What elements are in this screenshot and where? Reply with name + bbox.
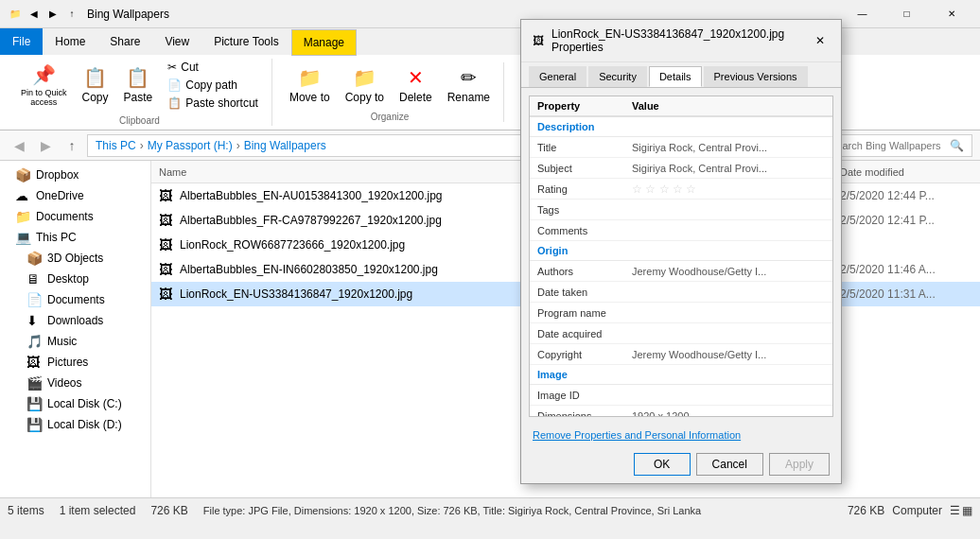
close-button[interactable]: ✕ xyxy=(930,0,972,28)
documents-quick-icon: 📁 xyxy=(15,209,30,224)
prop-tags-label: Tags xyxy=(537,204,632,216)
file-icon-2: 🖼 xyxy=(159,213,176,228)
sidebar-item-pictures[interactable]: 🖼 Pictures xyxy=(0,352,150,373)
ribbon-group-clipboard: 📌 Pin to Quickaccess 📋 Copy 📋 Paste ✂ Cu… xyxy=(8,59,272,126)
paste-button[interactable]: 📋 Paste xyxy=(118,62,159,108)
tab-manage[interactable]: Manage xyxy=(291,29,357,56)
list-view-icon[interactable]: ☰ xyxy=(950,504,960,517)
local-c-icon: 💾 xyxy=(26,396,42,411)
prop-authors-label: Authors xyxy=(537,266,632,277)
up-button[interactable]: ↑ xyxy=(61,134,83,157)
sidebar-label-dropbox: Dropbox xyxy=(36,168,79,182)
up-quick-icon[interactable]: ↑ xyxy=(64,7,79,22)
cut-label: Cut xyxy=(181,61,199,74)
section-origin: Origin xyxy=(530,241,832,261)
copy-button[interactable]: 📋 Copy xyxy=(77,62,114,108)
file-modified-5: 2/5/2020 11:31 A... xyxy=(840,287,972,301)
ok-button[interactable]: OK xyxy=(634,453,691,476)
prop-row-date-acquired: Date acquired xyxy=(530,323,832,344)
sidebar-item-local-d[interactable]: 💾 Local Disk (D:) xyxy=(0,414,150,435)
music-icon: 🎵 xyxy=(26,334,42,349)
prop-row-date-taken: Date taken xyxy=(530,282,832,303)
search-input[interactable] xyxy=(830,140,950,151)
sidebar-item-downloads[interactable]: ⬇ Downloads xyxy=(0,310,150,331)
prop-row-program: Program name xyxy=(530,303,832,323)
sidebar-label-onedrive: OneDrive xyxy=(36,189,84,202)
pin-icon: 📌 xyxy=(32,63,56,86)
move-to-label: Move to xyxy=(289,91,330,104)
copy-to-button[interactable]: 📁 Copy to xyxy=(340,62,390,108)
tab-view[interactable]: View xyxy=(152,28,201,55)
remove-properties-link[interactable]: Remove Properties and Personal Informati… xyxy=(533,429,741,441)
prop-image-id-label: Image ID xyxy=(537,390,632,401)
tab-picture-tools[interactable]: Picture Tools xyxy=(201,28,290,55)
prop-program-label: Program name xyxy=(537,307,632,319)
sidebar-item-onedrive[interactable]: ☁ OneDrive xyxy=(0,185,150,206)
back-button[interactable]: ◀ xyxy=(8,134,30,157)
sidebar-label-documents-quick: Documents xyxy=(36,210,94,223)
dialog-tab-general[interactable]: General xyxy=(529,66,586,87)
dialog-close-button[interactable]: ✕ xyxy=(811,31,830,50)
dialog-tab-details[interactable]: Details xyxy=(649,66,702,87)
prop-date-taken-label: Date taken xyxy=(537,287,632,298)
pin-to-quick-access-button[interactable]: 📌 Pin to Quickaccess xyxy=(15,60,73,111)
status-right: 726 KB Computer ☰ ▦ xyxy=(848,504,972,517)
tab-file[interactable]: File xyxy=(0,28,43,55)
path-segment-folder[interactable]: Bing Wallpapers xyxy=(244,139,326,152)
window-controls: — □ ✕ xyxy=(841,0,972,28)
sidebar-label-downloads: Downloads xyxy=(47,314,103,327)
forward-quick-icon[interactable]: ▶ xyxy=(45,7,61,22)
dialog-tab-previous-versions[interactable]: Previous Versions xyxy=(704,66,808,87)
sidebar-item-local-c[interactable]: 💾 Local Disk (C:) xyxy=(0,393,150,414)
sidebar-label-pictures: Pictures xyxy=(47,356,88,369)
status-size: 726 KB xyxy=(150,504,187,517)
copy-path-button[interactable]: 📄 Copy path xyxy=(162,77,264,94)
clipboard-label: Clipboard xyxy=(119,112,160,126)
prop-row-image-id: Image ID xyxy=(530,385,832,406)
back-quick-icon[interactable]: ◀ xyxy=(26,7,42,22)
sidebar-item-documents[interactable]: 📄 Documents xyxy=(0,289,150,310)
sidebar-item-music[interactable]: 🎵 Music xyxy=(0,331,150,352)
file-icon-1: 🖼 xyxy=(159,188,176,203)
sidebar-item-3dobjects[interactable]: 📦 3D Objects xyxy=(0,248,150,269)
col-date-modified[interactable]: Date modified xyxy=(840,166,972,178)
videos-icon: 🎬 xyxy=(26,375,42,391)
prop-rating-value: ☆ ☆ ☆ ☆ ☆ xyxy=(632,183,825,196)
path-segment-thispc[interactable]: This PC xyxy=(96,139,136,152)
search-box[interactable]: 🔍 xyxy=(821,134,972,157)
grid-view-icon[interactable]: ▦ xyxy=(962,504,972,517)
sidebar-item-desktop[interactable]: 🖥 Desktop xyxy=(0,269,150,289)
maximize-button[interactable]: □ xyxy=(885,0,928,28)
prop-subject-label: Subject xyxy=(537,163,632,174)
prop-subject-value: Sigiriya Rock, Central Provi... xyxy=(632,163,825,174)
apply-button[interactable]: Apply xyxy=(769,453,830,476)
properties-dialog: 🖼 LionRock_EN-US3384136847_1920x1200.jpg… xyxy=(520,19,842,484)
move-icon: 📁 xyxy=(298,66,322,89)
delete-button[interactable]: ✕ Delete xyxy=(394,62,438,108)
window-icon: 📁 xyxy=(8,7,23,22)
cut-button[interactable]: ✂ Cut xyxy=(162,59,264,76)
sidebar-item-videos[interactable]: 🎬 Videos xyxy=(0,373,150,393)
prop-row-title: Title Sigiriya Rock, Central Provi... xyxy=(530,137,832,158)
sidebar-item-dropbox[interactable]: 📦 Dropbox xyxy=(0,165,150,185)
sidebar-item-documents-quick[interactable]: 📁 Documents xyxy=(0,206,150,227)
dialog-title-text: LionRock_EN-US3384136847_1920x1200.jpg P… xyxy=(551,27,803,54)
paste-shortcut-button[interactable]: 📋 Paste shortcut xyxy=(162,95,264,112)
tab-share[interactable]: Share xyxy=(97,28,152,55)
forward-button[interactable]: ▶ xyxy=(34,134,57,157)
dialog-tabs: General Security Details Previous Versio… xyxy=(521,62,841,88)
cancel-button[interactable]: Cancel xyxy=(696,453,763,476)
path-sep1: › xyxy=(140,139,144,152)
file-modified-1: 2/5/2020 12:44 P... xyxy=(840,189,972,202)
pin-label: Pin to Quickaccess xyxy=(21,88,67,107)
rename-button[interactable]: ✏ Rename xyxy=(442,62,496,108)
path-sep2: › xyxy=(236,139,240,152)
dialog-tab-security[interactable]: Security xyxy=(588,66,647,87)
move-to-button[interactable]: 📁 Move to xyxy=(284,62,336,108)
path-segment-passport[interactable]: My Passport (H:) xyxy=(148,139,233,152)
sidebar-item-thispc[interactable]: 💻 This PC xyxy=(0,227,150,248)
minimize-button[interactable]: — xyxy=(841,0,884,28)
clipboard-small-buttons: ✂ Cut 📄 Copy path 📋 Paste shortcut xyxy=(162,59,264,112)
remove-link-area: Remove Properties and Personal Informati… xyxy=(521,425,841,445)
tab-home[interactable]: Home xyxy=(43,28,97,55)
